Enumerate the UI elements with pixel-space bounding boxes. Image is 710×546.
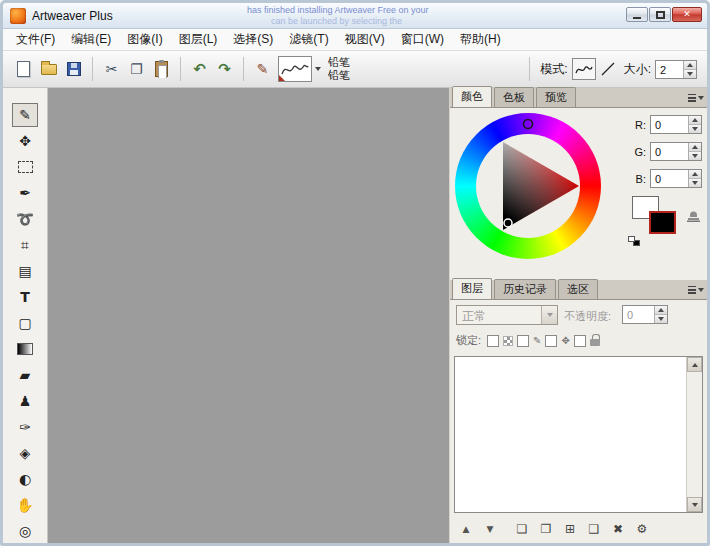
tool-gradient[interactable] (12, 337, 38, 361)
menu-item-help[interactable]: 帮助(H) (452, 28, 509, 51)
app-logo-icon[interactable] (10, 8, 26, 24)
menu-item-edit[interactable]: 编辑(E) (63, 28, 119, 51)
lock-pixels-checkbox[interactable] (517, 335, 529, 347)
default-colors-icon[interactable] (628, 236, 642, 248)
blend-mode-value: 正常 (457, 306, 541, 324)
panel-menu-icon[interactable] (688, 91, 704, 104)
open-folder-icon (41, 64, 57, 75)
pen-icon: ✒ (19, 186, 31, 200)
line-mode-button[interactable] (596, 58, 620, 80)
freehand-mode-button[interactable] (572, 58, 596, 80)
tab-selection[interactable]: 选区 (558, 279, 598, 299)
tool-move[interactable]: ✥ (12, 129, 38, 153)
size-spinner[interactable]: 2 (655, 60, 697, 79)
tab-color[interactable]: 颜色 (452, 86, 492, 107)
new-layer-button[interactable]: ❏ (511, 520, 533, 538)
tool-ink[interactable]: ◈ (12, 441, 38, 465)
spin-up-button[interactable] (684, 61, 696, 70)
tab-history[interactable]: 历史记录 (494, 279, 556, 299)
minimize-button[interactable] (626, 7, 648, 22)
color-wheel[interactable] (455, 113, 601, 259)
scroll-down-button[interactable] (687, 497, 702, 512)
blue-spinner[interactable]: 0 (650, 169, 702, 188)
layers-scrollbar[interactable] (686, 357, 702, 512)
titlebar: has finished installing Artweaver Free o… (3, 3, 707, 29)
spin-down-button[interactable] (689, 179, 701, 187)
open-file-button[interactable] (36, 57, 61, 82)
menu-item-layer[interactable]: 图层(L) (171, 28, 226, 51)
menu-item-file[interactable]: 文件(F) (8, 28, 63, 51)
spin-up-button[interactable] (689, 143, 701, 152)
opacity-spinner[interactable]: 0 (622, 305, 668, 324)
lock-transparency-checkbox[interactable] (487, 335, 499, 347)
tool-rect-select[interactable] (12, 155, 38, 179)
window-controls: ✕ (626, 7, 702, 22)
tool-pen[interactable]: ✒ (12, 181, 38, 205)
close-icon: ✕ (683, 10, 691, 19)
close-button[interactable]: ✕ (672, 7, 702, 22)
tool-roller[interactable]: ▤ (12, 259, 38, 283)
new-group-button[interactable]: ⊞ (559, 520, 581, 538)
spin-down-button[interactable] (689, 152, 701, 160)
copy-button[interactable]: ❐ (124, 57, 149, 82)
menu-item-view[interactable]: 视图(V) (337, 28, 393, 51)
spin-down-button[interactable] (684, 70, 696, 78)
menu-item-filter[interactable]: 滤镜(T) (281, 28, 336, 51)
scroll-up-button[interactable] (687, 357, 702, 372)
maximize-button[interactable] (649, 7, 671, 22)
delete-layer-button[interactable]: ✖ (607, 520, 629, 538)
menu-item-window[interactable]: 窗口(W) (393, 28, 452, 51)
tab-layers[interactable]: 图层 (452, 278, 492, 299)
tool-brush[interactable]: ✑ (12, 415, 38, 439)
tool-lasso[interactable]: ➰ (12, 207, 38, 231)
tool-zoom[interactable]: ◎ (12, 519, 38, 543)
spin-down-button[interactable] (655, 315, 667, 323)
canvas-area[interactable] (48, 88, 449, 543)
tool-crop[interactable]: ⌗ (12, 233, 38, 257)
spin-up-button[interactable] (689, 170, 701, 179)
layers-list[interactable] (454, 356, 703, 513)
menu-item-select[interactable]: 选择(S) (225, 28, 281, 51)
undo-button[interactable]: ↶ (187, 57, 212, 82)
menu-item-image[interactable]: 图像(I) (119, 28, 170, 51)
panel-menu-icon[interactable] (688, 283, 704, 296)
tool-eraser[interactable]: ▰ (12, 363, 38, 387)
green-spinner[interactable]: 0 (650, 142, 702, 161)
red-spinner[interactable]: 0 (650, 115, 702, 134)
lock-position-checkbox[interactable] (545, 335, 557, 347)
stamp-picker-icon[interactable] (686, 208, 701, 223)
spin-up-button[interactable] (655, 306, 667, 315)
tool-text[interactable]: T (12, 285, 38, 309)
size-label: 大小: (624, 61, 651, 78)
paste-button[interactable] (149, 57, 174, 82)
tool-stamp[interactable]: ♟ (12, 389, 38, 413)
save-button[interactable] (61, 57, 86, 82)
move-layer-up-button[interactable]: ▲ (455, 520, 477, 538)
new-file-button[interactable] (11, 57, 36, 82)
brush-dropdown-button[interactable] (312, 56, 324, 82)
lock-all-checkbox[interactable] (574, 335, 586, 347)
brush-tool-button[interactable]: ✎ (250, 57, 275, 82)
spin-up-button[interactable] (689, 116, 701, 125)
background-color-swatch[interactable] (649, 211, 676, 234)
tool-shape[interactable]: ▢ (12, 311, 38, 335)
color-panel-content: R: 0 G: 0 (450, 107, 707, 280)
move-layer-down-button[interactable]: ▼ (479, 520, 501, 538)
tab-preview[interactable]: 预览 (536, 87, 576, 107)
layer-settings-button[interactable]: ⚙ (631, 520, 653, 538)
tab-swatches[interactable]: 色板 (494, 87, 534, 107)
duplicate-layer-button[interactable]: ❐ (535, 520, 557, 538)
brush-preview[interactable] (278, 56, 312, 82)
tool-dodge[interactable]: ◐ (12, 467, 38, 491)
rgb-inputs: R: 0 G: 0 (630, 115, 702, 188)
adjustment-layer-button[interactable]: ❑ (583, 520, 605, 538)
tool-hand[interactable]: ✋ (12, 493, 38, 517)
blend-mode-dropdown[interactable]: 正常 (456, 305, 558, 325)
green-value: 0 (651, 143, 688, 160)
cut-button[interactable]: ✂ (99, 57, 124, 82)
spin-down-button[interactable] (689, 125, 701, 133)
redo-button[interactable]: ↷ (212, 57, 237, 82)
tool-pencil[interactable]: ✎ (12, 103, 38, 127)
gradient-icon (17, 343, 33, 355)
dropdown-button[interactable] (541, 306, 557, 324)
